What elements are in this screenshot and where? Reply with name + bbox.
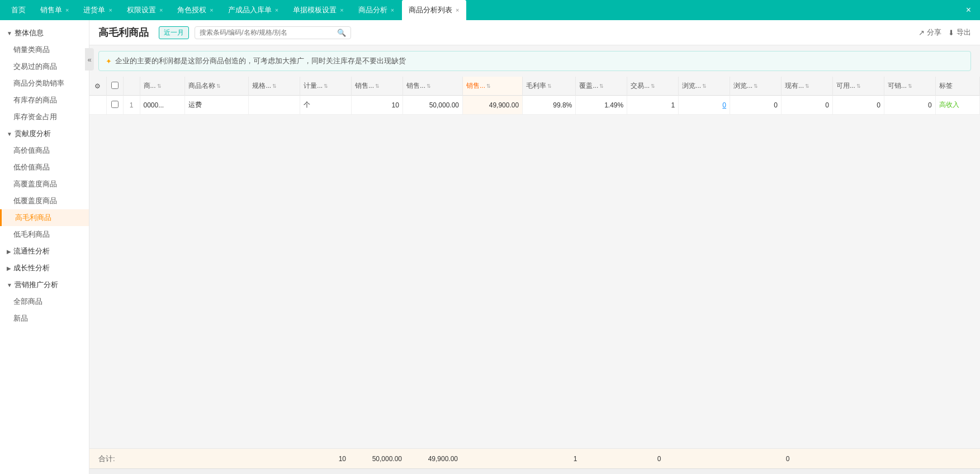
nav-close-template[interactable]: × bbox=[340, 7, 343, 13]
col-browse2[interactable]: 浏览...⇅ bbox=[730, 77, 782, 96]
table-header-row: ⚙ 商...⇅ 商品名称⇅ 规格...⇅ 计量...⇅ 销售...⇅ 销售...… bbox=[89, 77, 980, 96]
sidebar-group-marketing[interactable]: ▼ 营销推广分析 bbox=[0, 276, 89, 293]
sidebar-group-contribution[interactable]: ▼ 贡献度分析 bbox=[0, 125, 89, 142]
row-transaction: 1 bbox=[627, 96, 679, 115]
sidebar-item-new-goods[interactable]: 新品 bbox=[0, 310, 89, 327]
sidebar-group-circulation[interactable]: ▶ 流通性分析 bbox=[0, 243, 89, 260]
row-settings[interactable] bbox=[89, 96, 106, 115]
row-available: 0 bbox=[832, 96, 884, 115]
col-code[interactable]: 商...⇅ bbox=[140, 77, 184, 96]
content-area: 高毛利商品 近一月 🔍 ↗ 分享 ⬇ 导出 ✦ 企业的主要的利润都是这部分商品创… bbox=[89, 20, 980, 474]
col-spec[interactable]: 规格...⇅ bbox=[249, 77, 300, 96]
sidebar-collapse-button[interactable]: « bbox=[85, 48, 94, 71]
sidebar-item-low-value[interactable]: 低价值商品 bbox=[0, 159, 89, 176]
col-coverage[interactable]: 覆盖...⇅ bbox=[576, 77, 627, 96]
row-gross-margin: 99.8% bbox=[523, 96, 576, 115]
sidebar-item-high-margin[interactable]: 高毛利商品 bbox=[0, 209, 89, 226]
nav-item-analysis-list[interactable]: 商品分析列表 × bbox=[402, 0, 466, 20]
sidebar-group-growth[interactable]: ▶ 成长性分析 bbox=[0, 260, 89, 276]
nav-label-permissions: 权限设置 bbox=[127, 5, 156, 15]
nav-close-roles[interactable]: × bbox=[210, 7, 213, 13]
nav-close-finished-goods[interactable]: × bbox=[275, 7, 278, 13]
footer-bar: 合计: 10 50,000.00 49,900.00 1 0 0 bbox=[89, 448, 980, 468]
sidebar-item-sales-goods[interactable]: 销量类商品 bbox=[0, 41, 89, 58]
row-browse1[interactable]: 0 bbox=[679, 96, 730, 115]
row-sales-profit: 49,900.00 bbox=[463, 96, 523, 115]
nav-close-permissions[interactable]: × bbox=[159, 7, 163, 13]
table-row: 1 0000... 运费 个 10 50,000.00 49,900.00 99… bbox=[89, 96, 980, 115]
col-checkbox[interactable] bbox=[106, 77, 123, 96]
footer-sales-qty: 10 bbox=[339, 455, 361, 463]
col-current-stock[interactable]: 现有...⇅ bbox=[781, 77, 832, 96]
sidebar-item-high-coverage[interactable]: 高覆盖度商品 bbox=[0, 176, 89, 193]
col-saleable[interactable]: 可销...⇅ bbox=[884, 77, 935, 96]
sidebar-item-low-margin[interactable]: 低毛利商品 bbox=[0, 226, 89, 243]
nav-close-analysis-list[interactable]: × bbox=[456, 7, 459, 13]
nav-item-home[interactable]: 首页 bbox=[4, 0, 32, 20]
select-all-checkbox[interactable] bbox=[111, 82, 119, 89]
col-browse1[interactable]: 浏览...⇅ bbox=[679, 77, 730, 96]
col-sales-amt[interactable]: 销售...⇅ bbox=[403, 77, 462, 96]
nav-label-template: 单据模板设置 bbox=[293, 5, 337, 15]
sidebar-item-category-rate[interactable]: 商品分类助销率 bbox=[0, 75, 89, 92]
page-title: 高毛利商品 bbox=[98, 26, 149, 39]
goods-table: ⚙ 商...⇅ 商品名称⇅ 规格...⇅ 计量...⇅ 销售...⇅ 销售...… bbox=[89, 77, 980, 115]
chevron-down-icon: ▼ bbox=[7, 30, 12, 36]
chevron-right-icon: ▶ bbox=[7, 248, 11, 255]
search-icon[interactable]: 🔍 bbox=[337, 29, 346, 37]
nav-label-finished-goods: 产成品入库单 bbox=[228, 5, 272, 15]
horizontal-scrollbar[interactable] bbox=[89, 468, 980, 474]
window-close-button[interactable]: × bbox=[962, 5, 976, 15]
nav-item-template[interactable]: 单据模板设置 × bbox=[286, 0, 350, 20]
col-transaction[interactable]: 交易...⇅ bbox=[627, 77, 679, 96]
col-name[interactable]: 商品名称⇅ bbox=[184, 77, 249, 96]
content-header: 高毛利商品 近一月 🔍 ↗ 分享 ⬇ 导出 bbox=[89, 20, 980, 45]
nav-item-sales[interactable]: 销售单 × bbox=[34, 0, 75, 20]
chevron-right-icon-2: ▶ bbox=[7, 265, 11, 271]
info-banner-text: 企业的主要的利润都是这部分商品创造的，可考虑加大推广，同时关注库存是不要出现缺货 bbox=[115, 56, 406, 66]
col-num bbox=[123, 77, 140, 96]
table-body: 1 0000... 运费 个 10 50,000.00 49,900.00 99… bbox=[89, 96, 980, 115]
col-gross-margin[interactable]: 毛利率⇅ bbox=[523, 77, 576, 96]
sidebar-item-high-value[interactable]: 高价值商品 bbox=[0, 142, 89, 159]
nav-close-purchase[interactable]: × bbox=[108, 7, 112, 13]
col-available[interactable]: 可用...⇅ bbox=[832, 77, 884, 96]
col-unit[interactable]: 计量...⇅ bbox=[300, 77, 352, 96]
filter-tag-month[interactable]: 近一月 bbox=[159, 26, 189, 39]
info-banner: ✦ 企业的主要的利润都是这部分商品创造的，可考虑加大推广，同时关注库存是不要出现… bbox=[98, 51, 971, 71]
row-checkbox[interactable] bbox=[106, 96, 123, 115]
row-browse2: 0 bbox=[730, 96, 782, 115]
header-actions: ↗ 分享 ⬇ 导出 bbox=[919, 27, 971, 37]
sidebar-item-in-stock-goods[interactable]: 有库存的商品 bbox=[0, 92, 89, 109]
nav-close-analysis[interactable]: × bbox=[391, 7, 394, 13]
sidebar-item-all-goods[interactable]: 全部商品 bbox=[0, 293, 89, 310]
export-button[interactable]: ⬇ 导出 bbox=[948, 27, 971, 37]
nav-item-purchase[interactable]: 进货单 × bbox=[77, 0, 119, 20]
col-sales-qty[interactable]: 销售...⇅ bbox=[352, 77, 403, 96]
sidebar-item-traded-goods[interactable]: 交易过的商品 bbox=[0, 58, 89, 75]
share-button[interactable]: ↗ 分享 bbox=[919, 27, 941, 37]
table-container: ⚙ 商...⇅ 商品名称⇅ 规格...⇅ 计量...⇅ 销售...⇅ 销售...… bbox=[89, 77, 980, 448]
sidebar-item-stock-capital[interactable]: 库存资金占用 bbox=[0, 109, 89, 125]
row-name: 运费 bbox=[184, 96, 249, 115]
main-layout: ▼ 整体信息 销量类商品 交易过的商品 商品分类助销率 有库存的商品 库存资金占… bbox=[0, 20, 980, 474]
col-settings[interactable]: ⚙ bbox=[89, 77, 106, 96]
nav-close-sales[interactable]: × bbox=[65, 7, 69, 13]
nav-item-finished-goods[interactable]: 产成品入库单 × bbox=[221, 0, 285, 20]
nav-item-permissions[interactable]: 权限设置 × bbox=[120, 0, 169, 20]
col-sales-profit[interactable]: 销售...⇅ bbox=[463, 77, 523, 96]
search-input[interactable] bbox=[200, 29, 335, 36]
footer-sales-amt: 50,000.00 bbox=[372, 455, 417, 463]
col-tag[interactable]: 标签 bbox=[935, 77, 979, 96]
chevron-down-icon-3: ▼ bbox=[7, 282, 12, 288]
nav-item-roles[interactable]: 角色授权 × bbox=[171, 0, 220, 20]
row-saleable: 0 bbox=[884, 96, 935, 115]
search-wrap: 🔍 bbox=[195, 26, 351, 39]
sidebar-item-low-coverage[interactable]: 低覆盖度商品 bbox=[0, 193, 89, 209]
sidebar-group-circulation-label: 流通性分析 bbox=[13, 246, 50, 256]
nav-label-analysis-list: 商品分析列表 bbox=[409, 5, 452, 15]
sidebar-group-overall[interactable]: ▼ 整体信息 bbox=[0, 25, 89, 41]
nav-label-roles: 角色授权 bbox=[177, 5, 206, 15]
nav-item-analysis[interactable]: 商品分析 × bbox=[352, 0, 401, 20]
export-label: 导出 bbox=[957, 27, 971, 37]
